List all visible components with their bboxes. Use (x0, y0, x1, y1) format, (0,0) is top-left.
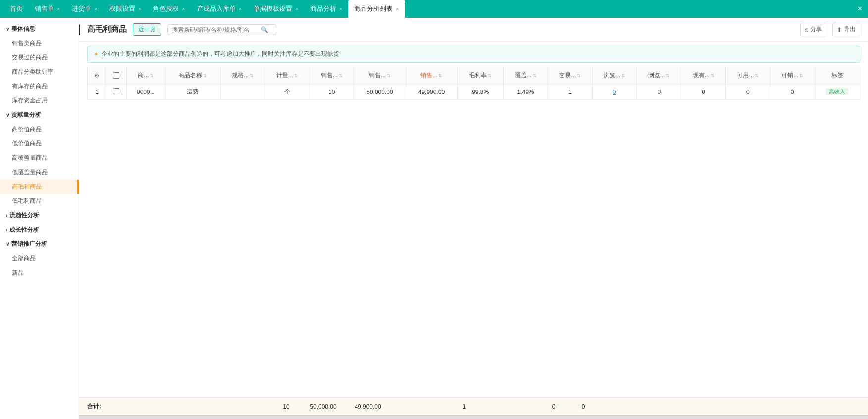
row-checkbox[interactable] (113, 88, 119, 94)
sort-unit-icon[interactable]: ⇅ (294, 73, 298, 78)
sort-sales-profit-icon[interactable]: ⇅ (438, 73, 442, 78)
nav-purchase-order[interactable]: 进货单 × (66, 0, 103, 18)
sidebar-item-in-stock-goods[interactable]: 有库存的商品 (0, 79, 79, 93)
sidebar-item-high-coverage[interactable]: 高覆盖量商品 (0, 151, 79, 165)
sidebar-item-category-sales-rate[interactable]: 商品分类助销率 (0, 65, 79, 79)
sort-current-stock-icon[interactable]: ⇅ (711, 73, 715, 78)
col-sales-profit-header[interactable]: 销售...⇅ (406, 67, 458, 84)
sidebar-item-sales-goods[interactable]: 销售类商品 (0, 36, 79, 50)
sidebar-item-high-value[interactable]: 高价值商品 (0, 122, 79, 137)
top-nav: 首页 销售单 × 进货单 × 权限设置 × 角色授权 × 产成品入库单 × 单据… (0, 0, 868, 18)
close-template-settings-icon[interactable]: × (295, 6, 298, 12)
nav-permissions[interactable]: 权限设置 × (103, 0, 147, 18)
col-unit-header[interactable]: 计量...⇅ (265, 67, 309, 84)
sort-available-stock-icon[interactable]: ⇅ (755, 73, 759, 78)
footer-sales-amount: 50,000.00 (301, 403, 346, 410)
sort-spec-icon[interactable]: ⇅ (250, 73, 254, 78)
col-available-stock-header[interactable]: 可用...⇅ (726, 67, 770, 84)
nav-product-instock[interactable]: 产成品入库单 × (191, 0, 248, 18)
sidebar-item-all-goods[interactable]: 全部商品 (0, 251, 79, 266)
cell-views1: 0 (592, 84, 637, 100)
footer-sales-qty: 10 (271, 403, 301, 410)
sort-code-icon[interactable]: ⇅ (150, 73, 153, 78)
search-box: 🔍 (167, 24, 276, 35)
col-views1-header[interactable]: 浏览...⇅ (592, 67, 637, 84)
sidebar-group-overall[interactable]: ∨ 整体信息 (0, 22, 79, 36)
close-all-tabs-icon[interactable]: × (858, 4, 862, 13)
search-icon[interactable]: 🔍 (261, 26, 268, 33)
export-icon: ⬆ (837, 26, 842, 33)
col-sales-amount-header[interactable]: 销售...⇅ (354, 67, 406, 84)
table-row: 1 0000... 运费 个 10 50,000.00 49,900.00 99… (88, 84, 860, 100)
sidebar-group-contribution[interactable]: ∨ 贡献量分析 (0, 108, 79, 122)
close-permissions-icon[interactable]: × (138, 6, 141, 12)
sort-transaction-icon[interactable]: ⇅ (577, 73, 581, 78)
nav-home[interactable]: 首页 (4, 0, 29, 18)
nav-role-auth[interactable]: 角色授权 × (147, 0, 191, 18)
sidebar-group-trend[interactable]: › 流趋性分析 (0, 208, 79, 223)
cell-sales-qty: 10 (309, 84, 354, 100)
sort-views2-icon[interactable]: ⇅ (666, 73, 670, 78)
sort-gross-margin-icon[interactable]: ⇅ (488, 73, 492, 78)
sort-name-icon[interactable]: ⇅ (203, 73, 207, 78)
bottom-scrollbar[interactable] (79, 415, 868, 419)
sidebar-item-traded-goods[interactable]: 交易过的商品 (0, 50, 79, 65)
share-button[interactable]: ⎋ 分享 (800, 23, 826, 36)
sidebar-item-low-margin[interactable]: 低毛利商品 (0, 194, 79, 208)
col-code-header[interactable]: 商...⇅ (126, 67, 165, 84)
col-sales-qty-header[interactable]: 销售...⇅ (309, 67, 354, 84)
col-coverage-header[interactable]: 覆盖...⇅ (504, 67, 548, 84)
col-settings-header[interactable]: ⚙ (88, 67, 106, 84)
sort-views1-icon[interactable]: ⇅ (621, 73, 625, 78)
content-header: « 高毛利商品 近一月 🔍 ⎋ 分享 ⬆ 导出 (79, 18, 868, 42)
nav-sales-order[interactable]: 销售单 × (29, 0, 66, 18)
arrow-contribution-icon: ∨ (6, 112, 9, 118)
cell-checkbox[interactable] (106, 84, 126, 100)
cell-index: 1 (88, 84, 106, 100)
sidebar-item-low-coverage[interactable]: 低覆盖量商品 (0, 165, 79, 180)
sort-sellable-stock-icon[interactable]: ⇅ (799, 73, 803, 78)
sort-sales-qty-icon[interactable]: ⇅ (339, 73, 343, 78)
nav-product-analysis[interactable]: 商品分析 × (305, 0, 348, 18)
close-product-analysis-list-icon[interactable]: × (396, 6, 399, 12)
close-product-analysis-icon[interactable]: × (339, 6, 342, 12)
nav-product-analysis-list[interactable]: 商品分析列表 × (348, 0, 405, 18)
col-transaction-header[interactable]: 交易...⇅ (548, 67, 592, 84)
arrow-overall-icon: ∨ (6, 26, 9, 32)
close-purchase-order-icon[interactable]: × (94, 6, 97, 12)
sidebar-group-marketing[interactable]: ∨ 营销推广分析 (0, 237, 79, 251)
col-tag-header[interactable]: 标签 (815, 67, 860, 84)
export-button[interactable]: ⬆ 导出 (832, 23, 860, 36)
close-role-auth-icon[interactable]: × (182, 6, 185, 12)
close-sales-order-icon[interactable]: × (57, 6, 60, 12)
main-layout: ∨ 整体信息 销售类商品 交易过的商品 商品分类助销率 有库存的商品 库存资金占… (0, 18, 868, 419)
cell-gross-margin: 99.8% (458, 84, 504, 100)
sort-coverage-icon[interactable]: ⇅ (533, 73, 537, 78)
cell-views2: 0 (637, 84, 681, 100)
sidebar-item-low-value[interactable]: 低价值商品 (0, 137, 79, 151)
col-sellable-stock-header[interactable]: 可销...⇅ (770, 67, 815, 84)
nav-template-settings[interactable]: 单据模板设置 × (248, 0, 304, 18)
cell-spec (220, 84, 265, 100)
sidebar-group-growth[interactable]: › 成长性分析 (0, 223, 79, 237)
col-checkbox-header[interactable] (106, 67, 126, 84)
sort-sales-amount-icon[interactable]: ⇅ (387, 73, 391, 78)
collapse-sidebar-button[interactable]: « (79, 24, 80, 35)
select-all-checkbox[interactable] (113, 72, 119, 79)
col-name-header[interactable]: 商品名称⇅ (165, 67, 220, 84)
sidebar-item-new-goods[interactable]: 新品 (0, 266, 79, 280)
cell-sales-profit: 49,900.00 (406, 84, 458, 100)
col-spec-header[interactable]: 规格...⇅ (220, 67, 265, 84)
search-input[interactable] (172, 26, 261, 33)
col-gross-margin-header[interactable]: 毛利率⇅ (458, 67, 504, 84)
cell-transaction: 1 (548, 84, 592, 100)
footer-label: 合计: (87, 402, 101, 411)
cell-unit: 个 (265, 84, 309, 100)
arrow-growth-icon: › (6, 227, 7, 233)
date-filter-button[interactable]: 近一月 (133, 23, 161, 36)
col-current-stock-header[interactable]: 现有...⇅ (681, 67, 726, 84)
sidebar-item-stock-capital[interactable]: 库存资金占用 (0, 93, 79, 108)
col-views2-header[interactable]: 浏览...⇅ (637, 67, 681, 84)
sidebar-item-high-margin[interactable]: 高毛利商品 (0, 180, 79, 194)
close-product-instock-icon[interactable]: × (239, 6, 242, 12)
